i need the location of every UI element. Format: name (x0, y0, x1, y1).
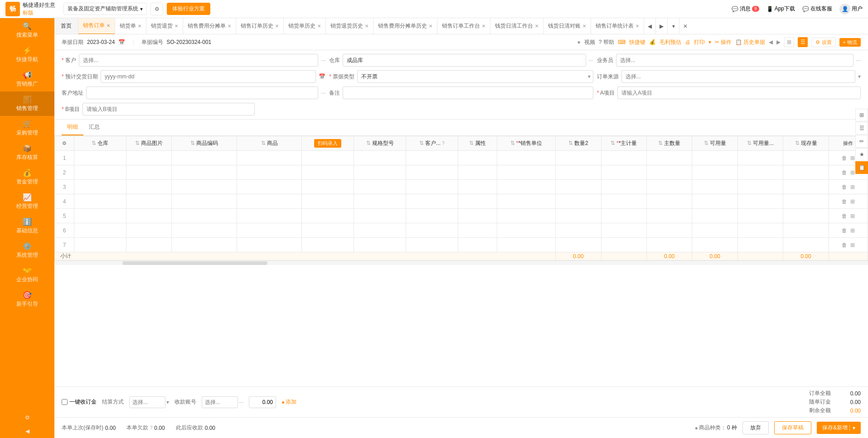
sidebar-item-basic-info[interactable]: ℹ️ 基础信息 (0, 214, 54, 238)
th-settings[interactable]: ⚙ (55, 136, 74, 151)
tab-cash-workbench[interactable]: 钱货日清工作台 ✕ (490, 18, 543, 34)
th-attribute[interactable]: ⇅ 属性 (458, 136, 497, 151)
system-selector[interactable]: 装备及固定资产辅助管理系统 ▾ (63, 3, 147, 15)
b-project-input[interactable] (82, 103, 255, 116)
tab-sales-order-close[interactable]: ✕ (107, 23, 110, 28)
row-delete-btn-6[interactable]: 🗑 (842, 227, 847, 234)
save-draft-button[interactable]: 保存草稿 (774, 421, 811, 434)
row-delete-btn-1[interactable]: 🗑 (842, 155, 847, 161)
tab-prev-btn[interactable]: ◀ (644, 18, 656, 34)
tab-slip-history-close[interactable]: ✕ (317, 24, 321, 29)
tab-workbench-close[interactable]: ✕ (482, 24, 485, 29)
th-image[interactable]: ⇅ 商品图片 (126, 136, 171, 151)
a-project-input[interactable] (617, 87, 861, 99)
history-doc-btn[interactable]: 📋 历史单据 (735, 39, 765, 46)
sidebar-item-marketing[interactable]: 📢 营销推广 (0, 67, 54, 91)
sidebar-item-inventory[interactable]: 📦 库存核算 (0, 140, 54, 165)
gear-button[interactable]: ⚙ (150, 3, 163, 15)
tab-returns[interactable]: 销货退货 ✕ (146, 18, 183, 34)
tab-reconciliation-close[interactable]: ✕ (582, 24, 586, 29)
sidebar-item-search[interactable]: 🔍 搜索菜单 (0, 18, 54, 43)
row-delete-btn-5[interactable]: 🗑 (842, 213, 847, 219)
customer-input[interactable] (79, 54, 318, 67)
sidebar-item-collaboration[interactable]: 🤝 企业协同 (0, 263, 54, 287)
tab-cost-split-history[interactable]: 销售费用分摊单历史 ✕ (373, 18, 437, 34)
tab-history[interactable]: 销售订单历史 ✕ (236, 18, 284, 34)
tab-cost-split-close[interactable]: ✕ (228, 24, 231, 29)
th-quantity2[interactable]: ⇅ 数量2 (556, 136, 601, 151)
tab-cash-workbench-close[interactable]: ✕ (535, 24, 538, 29)
customer-address-input[interactable] (86, 87, 318, 99)
tab-cost-split-history-close[interactable]: ✕ (429, 24, 432, 29)
right-float-btn-2[interactable]: ☰ (855, 122, 868, 135)
sidebar-settings-btn[interactable]: ⚙ (0, 411, 54, 424)
message-icon[interactable]: 💬 消息 9 (732, 5, 759, 13)
account-ellipsis[interactable]: ··· (239, 399, 243, 405)
nav-next-btn[interactable]: ▶ (776, 39, 781, 45)
tab-stats-close[interactable]: ✕ (635, 24, 639, 29)
tab-cost-split[interactable]: 销售费用分摊单 ✕ (183, 18, 236, 34)
print-dropdown-icon[interactable]: ▾ (708, 39, 711, 45)
save-new-button[interactable]: 保存&新增 ▾ (817, 422, 861, 434)
tab-sales-order[interactable]: 销售订单 ✕ (78, 18, 115, 34)
scan-btn[interactable]: 扫码录入 (314, 139, 341, 148)
customer-address-ellipsis[interactable]: ··· (321, 90, 325, 96)
th-available[interactable]: ⇅ 可用量 (692, 136, 737, 151)
delivery-calendar-icon[interactable]: 📅 (319, 73, 325, 80)
logistics-btn[interactable]: + 物流 (839, 38, 861, 47)
tab-returns-history-close[interactable]: ✕ (365, 24, 369, 29)
right-float-btn-5[interactable]: 📋 (855, 161, 868, 174)
account-select[interactable] (202, 396, 238, 408)
tab-home[interactable]: 首页 (54, 18, 78, 34)
row-copy-btn-3[interactable]: ⊞ (850, 184, 855, 190)
sidebar-item-navigation[interactable]: ⚡ 快捷导航 (0, 43, 54, 67)
discard-button[interactable]: 放弃 (742, 421, 769, 434)
th-unit[interactable]: ⇅ **销售单位 (497, 136, 555, 151)
settings-btn[interactable]: ⚙ 设置 (811, 38, 835, 47)
warehouse-ellipsis[interactable]: ··· (589, 57, 593, 63)
sidebar-item-guide[interactable]: 🎯 新手引导 (0, 287, 54, 312)
remark-input[interactable] (343, 87, 593, 99)
tab-workbench[interactable]: 销售订单工作台 ✕ (437, 18, 490, 34)
amount-input[interactable] (249, 396, 276, 408)
right-float-btn-4[interactable]: ★ (855, 148, 868, 161)
right-float-btn-3[interactable]: ✏ (855, 135, 868, 148)
user-avatar[interactable]: 👤 用户 (839, 4, 863, 14)
one-key-checkout-check[interactable] (62, 399, 68, 405)
detail-tab-mingxi[interactable]: 明细 (62, 120, 83, 135)
th-stock[interactable]: ⇅ 现存量 (783, 136, 829, 151)
tab-returns-close[interactable]: ✕ (175, 24, 178, 29)
tab-sales-slip-close[interactable]: ✕ (138, 24, 141, 29)
tab-returns-history[interactable]: 销货退货历史 ✕ (326, 18, 373, 34)
sidebar-item-finance[interactable]: 💰 资金管理 (0, 165, 54, 189)
add-btn[interactable]: ● 添加 (281, 398, 296, 406)
right-float-btn-1[interactable]: ⊞ (855, 109, 868, 121)
detail-tab-huizong[interactable]: 汇总 (83, 120, 105, 135)
salesperson-input[interactable] (616, 54, 853, 67)
calendar-icon[interactable]: 📅 (118, 39, 125, 45)
online-service-btn[interactable]: 💬 在线客服 (802, 5, 832, 13)
th-customer-code[interactable]: ⇅ 客户... ? (406, 136, 458, 151)
th-available2[interactable]: ⇅ 可用量... (737, 136, 783, 151)
salesperson-ellipsis[interactable]: ··· (856, 57, 861, 63)
th-main-unit[interactable]: ⇅ **主计量 (601, 136, 646, 151)
row-copy-btn-5[interactable]: ⊞ (850, 213, 855, 219)
row-copy-btn-4[interactable]: ⊞ (850, 198, 855, 205)
one-key-checkout-checkbox[interactable]: 一键收订金 (62, 398, 97, 406)
tab-next-btn[interactable]: ▶ (656, 18, 668, 34)
row-copy-btn-1[interactable]: ⊞ (850, 155, 855, 161)
view-mode-list-btn[interactable]: ☰ (798, 37, 808, 47)
order-source-dropdown-icon[interactable]: ▾ (858, 73, 861, 80)
operations-btn[interactable]: ✂ 操作 (715, 39, 732, 46)
view-mode-grid-btn[interactable]: ⊞ (784, 37, 794, 47)
th-main-quantity[interactable]: ⇅ 主数量 (646, 136, 692, 151)
industry-plan-button[interactable]: 体验行业方案 (167, 3, 210, 15)
settlement-select[interactable] (129, 396, 165, 408)
row-delete-btn-7[interactable]: 🗑 (842, 242, 847, 248)
sidebar-item-purchase[interactable]: 🛒 采购管理 (0, 116, 54, 140)
tab-stats[interactable]: 销售订单统计表 ✕ (591, 18, 644, 34)
row-copy-btn-2[interactable]: ⊞ (850, 169, 855, 176)
row-delete-btn-4[interactable]: 🗑 (842, 198, 847, 205)
sidebar-item-system[interactable]: ⚙️ 系统管理 (0, 238, 54, 263)
customer-ellipsis[interactable]: ··· (321, 57, 325, 63)
